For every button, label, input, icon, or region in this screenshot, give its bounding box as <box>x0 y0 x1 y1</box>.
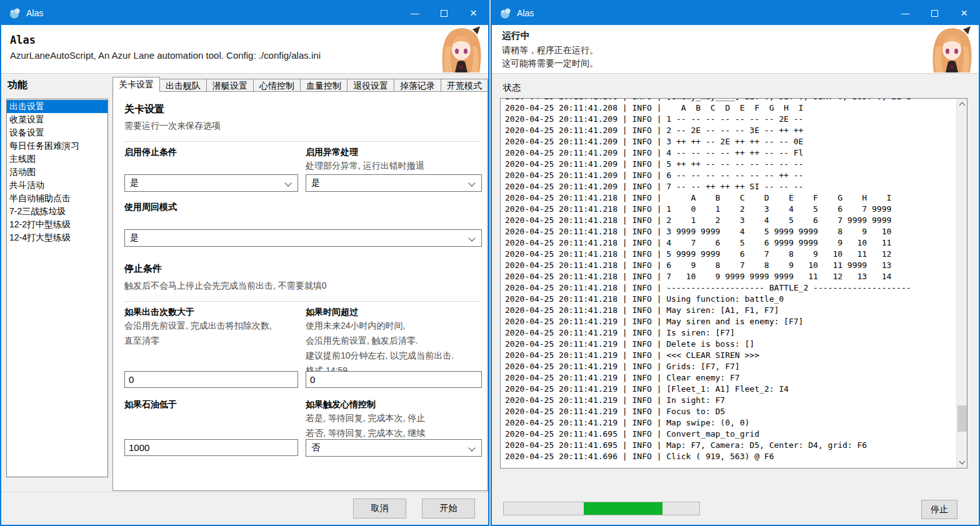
tab-item[interactable]: 血量控制 <box>301 79 348 92</box>
stop-condition-heading: 停止条件 <box>124 263 162 275</box>
enable-stop-select[interactable]: 是 <box>124 174 298 192</box>
enable-stop-label: 启用停止条件 <box>124 147 177 158</box>
log-box: 2020-04-25 20:11:41.208 | INFO | [enemy_… <box>500 98 968 469</box>
desktop: Alas — × Alas AzurLaneAutoScript, An Azu… <box>0 0 980 526</box>
log-text: 2020-04-25 20:11:41.208 | INFO | [enemy_… <box>505 98 954 462</box>
start-button[interactable]: 开始 <box>422 499 475 519</box>
scroll-down-button[interactable] <box>957 457 968 468</box>
titlebar[interactable]: Alas — × <box>1 1 488 25</box>
caption-buttons: — × <box>400 1 488 25</box>
tab-item[interactable]: 掉落记录 <box>394 79 441 92</box>
scrollbar-thumb[interactable] <box>958 405 967 432</box>
chevron-up-icon <box>959 102 966 109</box>
sidebar-item[interactable]: 7-2三战拣垃圾 <box>7 205 108 218</box>
chevron-down-icon <box>468 444 475 451</box>
section-heading: 关卡设置 <box>124 103 164 116</box>
section-subheading: 需要运行一次来保存选项 <box>124 121 221 132</box>
enable-exception-select[interactable]: 是 <box>306 174 482 192</box>
avatar <box>438 26 484 72</box>
log-scrollbar[interactable] <box>956 99 967 468</box>
loop-mode-select[interactable]: 是 <box>124 229 482 247</box>
tab-item[interactable]: 心情控制 <box>254 79 301 92</box>
enable-exception-desc: 处理部分异常, 运行出错时撤退 <box>306 158 424 173</box>
maximize-icon <box>441 10 448 17</box>
status-label: 状态 <box>503 82 521 94</box>
sidebar-list: 出击设置收菜设置设备设置每日任务困难演习主线图活动图共斗活动半自动辅助点击7-2… <box>6 99 108 477</box>
running-message: 请稍等，程序正在运行。 这可能将需要一定时间。 <box>502 44 598 70</box>
close-button[interactable]: × <box>949 1 979 25</box>
maximize-button[interactable] <box>429 1 459 25</box>
sidebar-item[interactable]: 12-4打大型练级 <box>7 231 108 244</box>
app-icon <box>9 7 21 19</box>
chevron-down-icon <box>284 179 291 186</box>
close-button[interactable]: × <box>459 1 488 25</box>
minimize-icon: — <box>411 8 419 18</box>
if-time-input[interactable] <box>306 371 482 388</box>
maximize-button[interactable] <box>920 1 949 25</box>
minimize-icon: — <box>901 8 910 18</box>
maximize-icon <box>931 10 938 17</box>
close-icon: × <box>470 6 477 20</box>
if-count-input[interactable] <box>124 371 298 388</box>
sidebar-item[interactable]: 收菜设置 <box>7 113 108 126</box>
runner-body: 状态 2020-04-25 20:11:41.208 | INFO | [ene… <box>492 74 979 525</box>
progress-bar <box>503 502 700 515</box>
enable-exception-value: 是 <box>311 177 320 189</box>
if-emotion-value: 否 <box>311 442 320 454</box>
stop-button[interactable]: 停止 <box>921 500 958 519</box>
progress-fill <box>584 502 662 515</box>
close-icon: × <box>961 6 968 20</box>
chevron-down-icon <box>468 234 475 241</box>
config-body: 功能 出击设置收菜设置设备设置每日任务困难演习主线图活动图共斗活动半自动辅助点击… <box>1 74 488 525</box>
tab-item[interactable]: 退役设置 <box>348 79 394 92</box>
left-footer: 取消 开始 <box>1 492 488 525</box>
page-title: Alas <box>10 34 36 46</box>
caption-buttons: — × <box>891 1 979 25</box>
chevron-down-icon <box>468 179 475 186</box>
minimize-button[interactable]: — <box>400 1 429 25</box>
running-title: 运行中 <box>502 30 530 42</box>
sidebar-item[interactable]: 设备设置 <box>7 126 108 139</box>
minimize-button[interactable]: — <box>891 1 920 25</box>
enable-exception-label: 启用异常处理 <box>306 147 358 158</box>
if-oil-input[interactable] <box>124 439 298 456</box>
titlebar[interactable]: Alas — × <box>492 1 979 25</box>
sidebar-item[interactable]: 主线图 <box>7 152 108 166</box>
sidebar-item[interactable]: 共斗活动 <box>7 179 108 192</box>
tab-active[interactable]: 关卡设置 <box>112 77 160 92</box>
window-header: Alas AzurLaneAutoScript, An Azur Lane au… <box>1 25 488 74</box>
sidebar-item[interactable]: 出击设置 <box>7 100 108 113</box>
if-emotion-select[interactable]: 否 <box>306 439 482 457</box>
tab-panel: 关卡设置 需要运行一次来保存选项 启用停止条件 启用异常处理 处理部分异常, 运… <box>112 91 488 491</box>
divider <box>124 141 481 142</box>
tab-item[interactable]: 潜艇设置 <box>207 79 254 92</box>
if-time-desc: 使用未来24小时内的时间, 会沿用先前设置, 触发后清零. 建议提前10分钟左右… <box>306 318 454 378</box>
if-time-label: 如果时间超过 <box>306 307 358 318</box>
app-icon <box>499 7 512 19</box>
scroll-up-button[interactable] <box>957 99 968 109</box>
config-window: Alas — × Alas AzurLaneAutoScript, An Azu… <box>0 0 489 526</box>
enable-stop-value: 是 <box>130 177 139 189</box>
if-count-label: 如果出击次数大于 <box>124 307 194 318</box>
if-emotion-label: 如果触发心情控制 <box>306 399 376 410</box>
sidebar-item[interactable]: 半自动辅助点击 <box>7 192 108 205</box>
if-oil-label: 如果石油低于 <box>124 399 177 410</box>
runner-window: Alas — × 运行中 请稍等，程序正在运行。 这可能将需要一定时间。 <box>491 0 980 526</box>
cancel-button[interactable]: 取消 <box>353 499 406 519</box>
tab-item[interactable]: 出击舰队 <box>160 79 207 92</box>
sidebar-heading: 功能 <box>8 79 28 92</box>
chevron-down-icon <box>959 459 966 465</box>
loop-mode-label: 使用周回模式 <box>124 202 177 213</box>
stop-condition-desc: 触发后不会马上停止会先完成当前出击, 不需要就填0 <box>124 278 327 293</box>
sidebar-item[interactable]: 12-2打中型练级 <box>7 218 108 231</box>
divider <box>124 301 481 302</box>
if-emotion-desc: 若是, 等待回复, 完成本次, 停止 若否, 等待回复, 完成本次, 继续 <box>306 410 425 440</box>
avatar <box>929 26 975 72</box>
sidebar-item[interactable]: 每日任务困难演习 <box>7 139 108 152</box>
if-count-desc: 会沿用先前设置, 完成出击将扣除次数, 直至清零 <box>124 318 272 348</box>
tab-item[interactable]: 开荒模式 <box>441 79 488 92</box>
sidebar-item[interactable]: 活动图 <box>7 166 108 179</box>
tab-bar: 关卡设置出击舰队潜艇设置心情控制血量控制退役设置掉落记录开荒模式 <box>112 77 488 92</box>
window-title: Alas <box>26 8 43 18</box>
page-subtitle: AzurLaneAutoScript, An Azur Lane automat… <box>10 50 321 61</box>
